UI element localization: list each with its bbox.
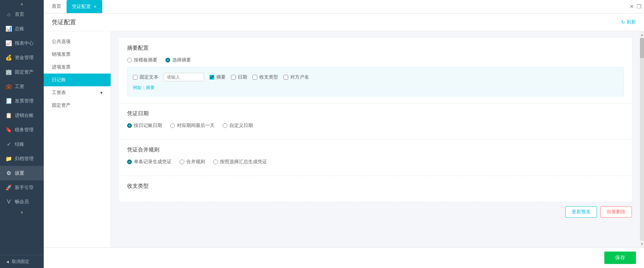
by-journal-date-option[interactable]: 按日记账日期: [127, 123, 162, 129]
sidebar-item-fund-management-label: 资金管理: [15, 55, 34, 61]
voucher-config-tab-label: 凭证配置: [72, 4, 91, 10]
building-icon: 🏢: [5, 69, 12, 75]
left-nav-payroll-table-label: 工资表: [52, 90, 66, 96]
date-checkbox[interactable]: [231, 75, 236, 80]
fixed-text-option[interactable]: 固定文本: [133, 74, 158, 80]
tab-close-icon[interactable]: ✕: [93, 4, 97, 9]
right-content: 摘要配置 按模板摘要 选择摘要: [111, 31, 640, 247]
income-type-option[interactable]: 收支类型: [253, 74, 278, 80]
custom-date-option[interactable]: 自定义日期: [223, 123, 253, 129]
scroll-down-button[interactable]: ▼: [640, 240, 644, 247]
date-option[interactable]: 日期: [231, 74, 247, 80]
by-selection-radio[interactable]: [213, 160, 218, 164]
abstract-config-section: 摘要配置 按模板摘要 选择摘要: [119, 38, 632, 103]
left-nav-sales-invoice-label: 销项发票: [52, 51, 71, 57]
left-nav-public-options-label: 公共选项: [52, 39, 71, 45]
example-text: 例如：摘要: [133, 85, 618, 91]
sidebar-scroll-up[interactable]: ▲: [0, 0, 44, 7]
scroll-track[interactable]: [640, 38, 644, 240]
fixed-text-label: 固定文本: [140, 74, 158, 80]
page-header: 凭证配置 ↻ 刷新: [44, 13, 644, 31]
home-icon: ⌂: [5, 11, 12, 17]
sidebar-item-home-label: 首页: [15, 11, 24, 17]
gear-icon: ⚙: [5, 170, 12, 176]
sidebar-unpin-button[interactable]: ◄ 取消固定: [0, 255, 44, 268]
by-selection-label: 按照选择汇总生成凭证: [220, 159, 267, 165]
select-abstract-option[interactable]: 选择摘要: [165, 57, 191, 63]
income-type-checkbox[interactable]: [253, 75, 257, 80]
last-day-of-period-option[interactable]: 对应期间最后一天: [170, 123, 215, 129]
main-area: 首页 凭证配置 ✕ ✕ ❐ 凭证配置 ↻ 刷新 公共选项: [44, 0, 644, 268]
sidebar-item-home[interactable]: ⌂ 首页: [0, 7, 44, 21]
save-button[interactable]: 保存: [604, 252, 636, 264]
voucher-date-section: 凭证日期 按日记账日期 对应期间最后一天 自定义日期: [119, 103, 632, 140]
custom-date-radio[interactable]: [223, 123, 227, 128]
outer-scrollbar[interactable]: ▲ ▼: [640, 31, 644, 247]
single-record-option[interactable]: 单条记录生成凭证: [127, 159, 172, 165]
counterpart-name-option[interactable]: 对方户名: [283, 74, 309, 80]
sidebar-item-settlement-label: 结账: [15, 141, 24, 147]
refresh-button[interactable]: ↻ 刷新: [621, 19, 636, 25]
chevron-down-icon: ▾: [100, 90, 103, 95]
voucher-date-group: 按日记账日期 对应期间最后一天 自定义日期: [127, 123, 624, 129]
sidebar-item-settings-label: 设置: [15, 170, 24, 176]
left-nav-purchase-invoice[interactable]: 进项发票: [44, 61, 111, 74]
left-nav: 公共选项 销项发票 进项发票 日记账 工资表 ▾ 固定资产: [44, 31, 111, 247]
payroll-icon: 💼: [5, 83, 12, 90]
abstract-option[interactable]: 摘要: [210, 74, 226, 80]
last-day-of-period-radio[interactable]: [170, 123, 175, 128]
sidebar-item-tax-management-label: 税务管理: [15, 127, 34, 133]
select-abstract-radio[interactable]: [165, 58, 170, 62]
merge-rule-radio[interactable]: [180, 160, 184, 164]
counterpart-name-checkbox[interactable]: [283, 75, 288, 80]
template-abstract-radio[interactable]: [127, 58, 132, 62]
by-selection-option[interactable]: 按照选择汇总生成凭证: [213, 159, 267, 165]
restore-window-icon[interactable]: ❐: [637, 3, 641, 10]
tab-bar: 首页 凭证配置 ✕ ✕ ❐: [44, 0, 644, 13]
sidebar-item-purchase-sales[interactable]: 📋 进销台账: [0, 108, 44, 123]
template-abstract-option[interactable]: 按模板摘要: [127, 57, 157, 63]
left-nav-sales-invoice[interactable]: 销项发票: [44, 48, 111, 61]
close-window-icon[interactable]: ✕: [630, 3, 634, 10]
sidebar-item-settlement[interactable]: ✓ 结账: [0, 137, 44, 151]
select-abstract-label: 选择摘要: [172, 57, 191, 63]
tab-voucher-config[interactable]: 凭证配置 ✕: [67, 0, 102, 13]
scroll-thumb[interactable]: [640, 38, 644, 58]
sidebar-scroll-down[interactable]: ▼: [0, 209, 44, 216]
batch-delete-button[interactable]: 批量删除: [600, 206, 632, 218]
fixed-text-checkbox[interactable]: [133, 75, 138, 80]
by-journal-date-radio[interactable]: [127, 123, 132, 128]
sidebar-item-fixed-assets[interactable]: 🏢 固定资产: [0, 65, 44, 79]
guide-icon: 🚀: [5, 184, 12, 191]
tab-bar-actions: ✕ ❐: [630, 3, 641, 10]
tab-home[interactable]: 首页: [46, 0, 67, 13]
ledger-icon: 📋: [5, 112, 12, 119]
scroll-up-button[interactable]: ▲: [640, 31, 644, 38]
income-expense-section: 收支类型: [119, 176, 632, 202]
report-icon: 📈: [5, 40, 12, 46]
left-nav-public-options[interactable]: 公共选项: [44, 35, 111, 48]
sidebar-item-vip[interactable]: V 畅会员: [0, 195, 44, 209]
update-preview-button[interactable]: 更新预览: [565, 206, 597, 218]
sidebar-item-fixed-assets-label: 固定资产: [15, 69, 34, 75]
sidebar-item-report-center[interactable]: 📈 报表中心: [0, 36, 44, 50]
by-journal-date-label: 按日记账日期: [134, 123, 162, 129]
sidebar-item-general-ledger[interactable]: 📊 总账: [0, 21, 44, 36]
page-title: 凭证配置: [52, 18, 76, 26]
fixed-text-input[interactable]: [164, 73, 204, 81]
abstract-checkbox[interactable]: [210, 75, 214, 80]
sidebar-item-archive-management[interactable]: 📁 归档管理: [0, 151, 44, 166]
sidebar-item-payroll[interactable]: 💼 工资: [0, 79, 44, 94]
left-nav-payroll-table[interactable]: 工资表 ▾: [44, 86, 111, 99]
single-record-radio[interactable]: [127, 160, 132, 164]
sidebar-item-invoice-management[interactable]: 🧾 发票管理: [0, 94, 44, 108]
sidebar-item-beginner-guide-label: 新手引导: [15, 185, 34, 191]
sidebar-item-tax-management[interactable]: 🔖 税务管理: [0, 123, 44, 137]
left-nav-journal[interactable]: 日记账: [44, 74, 111, 86]
sidebar-item-fund-management[interactable]: 💰 资金管理: [0, 50, 44, 65]
sidebar-item-beginner-guide[interactable]: 🚀 新手引导: [0, 180, 44, 195]
merge-rule-option[interactable]: 合并规则: [180, 159, 205, 165]
sidebar-item-settings[interactable]: ⚙ 设置: [0, 166, 44, 180]
left-nav-journal-label: 日记账: [52, 77, 66, 83]
left-nav-fixed-assets[interactable]: 固定资产: [44, 99, 111, 112]
